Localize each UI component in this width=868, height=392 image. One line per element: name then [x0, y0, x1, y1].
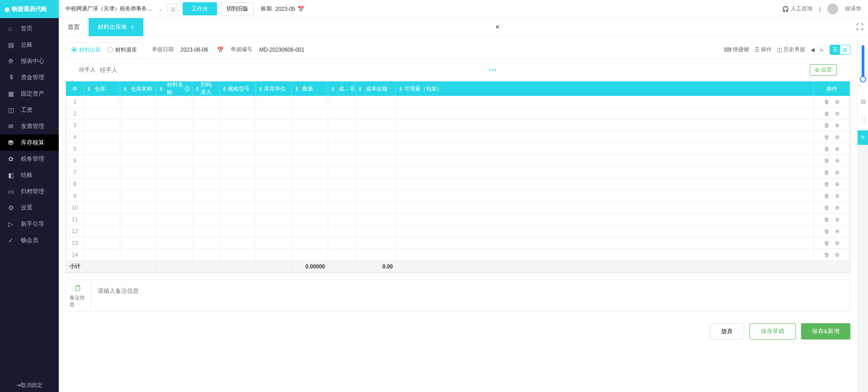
- cell[interactable]: [256, 108, 292, 119]
- table-row[interactable]: 6🗑⊕: [66, 155, 850, 167]
- cell[interactable]: [156, 190, 193, 201]
- add-icon[interactable]: ⊕: [835, 134, 840, 140]
- table-row[interactable]: 8🗑⊕: [66, 178, 850, 190]
- cell[interactable]: [256, 131, 292, 143]
- cell[interactable]: [396, 108, 814, 119]
- cell[interactable]: [193, 249, 220, 260]
- cell[interactable]: [328, 214, 355, 225]
- save-new-button[interactable]: 保存&新增: [801, 323, 850, 339]
- cell[interactable]: [256, 214, 292, 225]
- cell[interactable]: [328, 96, 355, 107]
- cell[interactable]: [396, 167, 814, 178]
- cell[interactable]: [355, 202, 396, 213]
- cell[interactable]: [256, 120, 292, 131]
- cell[interactable]: [292, 214, 328, 225]
- shortcut-button[interactable]: ⌨快捷键: [724, 46, 749, 53]
- rail-note-icon[interactable]: ✎: [858, 130, 868, 145]
- cell[interactable]: [84, 178, 120, 190]
- cell[interactable]: [292, 108, 328, 119]
- cell[interactable]: [355, 167, 396, 178]
- cell[interactable]: [193, 131, 220, 143]
- delete-icon[interactable]: 🗑: [824, 99, 830, 105]
- cell[interactable]: [193, 225, 220, 237]
- cell[interactable]: [396, 143, 814, 154]
- cell[interactable]: [396, 202, 814, 213]
- zoom-slider[interactable]: [858, 36, 868, 91]
- cell[interactable]: [156, 249, 193, 260]
- cell[interactable]: [120, 108, 156, 119]
- add-icon[interactable]: ⊕: [835, 193, 840, 199]
- delete-icon[interactable]: 🗑: [824, 228, 830, 234]
- cell[interactable]: [193, 202, 220, 213]
- table-row[interactable]: 13🗑⊕: [66, 237, 850, 249]
- cell[interactable]: [328, 249, 355, 260]
- chevron-down-icon[interactable]: ⌄: [158, 6, 163, 12]
- cell[interactable]: [220, 214, 256, 225]
- sidebar-item-6[interactable]: ✉发票管理: [0, 118, 59, 134]
- cell[interactable]: [292, 202, 328, 213]
- cell[interactable]: [84, 202, 120, 213]
- table-row[interactable]: 12🗑⊕: [66, 225, 850, 237]
- cell[interactable]: [355, 131, 396, 143]
- table-row[interactable]: 1🗑⊕: [66, 96, 850, 108]
- cell[interactable]: [396, 249, 814, 260]
- cell[interactable]: [120, 237, 156, 249]
- cell[interactable]: [292, 178, 328, 190]
- cell[interactable]: [256, 249, 292, 260]
- operate-button[interactable]: ☰操作: [755, 46, 772, 53]
- grid-view-icon[interactable]: ⊞: [840, 45, 850, 54]
- cell[interactable]: [156, 202, 193, 213]
- cell[interactable]: [84, 214, 120, 225]
- close-tab-icon[interactable]: ×: [491, 23, 504, 31]
- cell[interactable]: [193, 108, 220, 119]
- cell[interactable]: [328, 108, 355, 119]
- cell[interactable]: [256, 237, 292, 249]
- sidebar-item-0[interactable]: ⌂首页: [0, 20, 59, 37]
- tab-0[interactable]: 首页: [59, 18, 89, 36]
- cell[interactable]: [355, 96, 396, 107]
- col-header-11[interactable]: 操作: [814, 81, 850, 96]
- cell[interactable]: [220, 178, 256, 190]
- cell[interactable]: [193, 120, 220, 131]
- sidebar-item-7[interactable]: ⛃库存核算: [0, 134, 59, 151]
- period-value[interactable]: 2023-05: [275, 6, 295, 12]
- cell[interactable]: [328, 155, 355, 166]
- cell[interactable]: [355, 178, 396, 190]
- cell[interactable]: [84, 108, 120, 119]
- add-icon[interactable]: ⊕: [835, 169, 840, 176]
- col-header-3[interactable]: ▲▼*材料名称?: [156, 81, 193, 96]
- cell[interactable]: [220, 190, 256, 201]
- settings-button[interactable]: ⚙ 设置: [810, 64, 837, 76]
- add-icon[interactable]: ⊕: [835, 252, 840, 258]
- cell[interactable]: [84, 190, 120, 201]
- cell[interactable]: [120, 120, 156, 131]
- cell[interactable]: [396, 155, 814, 166]
- cell[interactable]: [84, 249, 120, 260]
- more-icon[interactable]: •••: [489, 67, 498, 73]
- delete-icon[interactable]: 🗑: [824, 216, 830, 223]
- sidebar-item-12[interactable]: ▷新手引导: [0, 216, 59, 232]
- delete-icon[interactable]: 🗑: [824, 205, 830, 211]
- cell[interactable]: [193, 190, 220, 201]
- cell[interactable]: [193, 96, 220, 107]
- cell[interactable]: [292, 143, 328, 154]
- cell[interactable]: [84, 167, 120, 178]
- rail-doc-icon[interactable]: ▤: [858, 94, 868, 109]
- prev-icon[interactable]: ◀: [811, 47, 815, 53]
- cell[interactable]: [292, 96, 328, 107]
- col-header-2[interactable]: ▲▼*仓库名称: [120, 81, 156, 96]
- table-row[interactable]: 4🗑⊕: [66, 131, 850, 143]
- add-icon[interactable]: ⊕: [835, 122, 840, 129]
- username[interactable]: 徐泽华: [845, 5, 861, 13]
- calendar-icon[interactable]: 📅: [297, 6, 304, 12]
- sidebar-item-4[interactable]: ▦固定资产: [0, 86, 59, 102]
- calendar-icon[interactable]: 📅: [217, 47, 224, 53]
- cell[interactable]: [355, 108, 396, 119]
- cell[interactable]: [292, 167, 328, 178]
- next-icon[interactable]: ▶: [820, 47, 824, 53]
- cell[interactable]: [156, 143, 193, 154]
- cell[interactable]: [193, 214, 220, 225]
- cell[interactable]: [156, 155, 193, 166]
- cell[interactable]: [220, 225, 256, 237]
- sidebar-item-3[interactable]: ＄资金管理: [0, 69, 59, 86]
